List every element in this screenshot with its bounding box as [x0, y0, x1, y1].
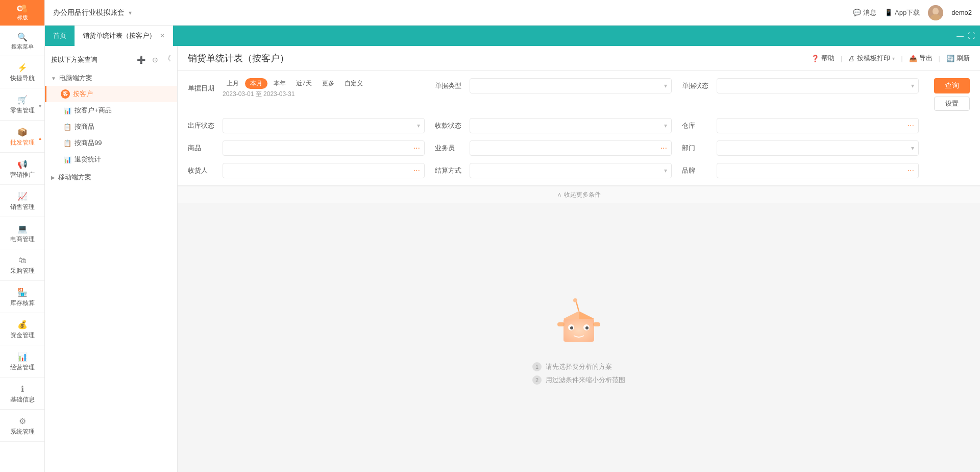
empty-state: 1 请先选择要分析的方案 2 用过滤条件来缩小分析范围 — [178, 203, 980, 472]
messages-button[interactable]: 💬 消息 — [853, 8, 876, 17]
sidebar-operations-label: 经营管理 — [10, 363, 35, 372]
refresh-button[interactable]: 🔄 刷新 — [946, 54, 970, 63]
sidebar-item-sysadmin[interactable]: ⚙ 系统管理 — [0, 410, 44, 442]
brand-ellipsis[interactable]: ··· — [908, 166, 914, 175]
app-download-button[interactable]: 📱 App下载 — [885, 8, 920, 17]
sidebar-item-quicknav[interactable]: ⚡ 快捷导航 — [0, 56, 44, 88]
sidebar-item-basicinfo[interactable]: ℹ 基础信息 — [0, 377, 44, 410]
goods-label: 商品 — [188, 144, 218, 153]
salesperson-ellipsis[interactable]: ··· — [660, 144, 667, 153]
doc-status-select[interactable]: ▾ — [717, 78, 919, 93]
refresh-label: 刷新 — [957, 54, 970, 63]
scheme-pc-group-header[interactable]: ▼ 电脑端方案 — [45, 70, 177, 86]
help-button[interactable]: ❓ 帮助 — [811, 54, 835, 63]
date-btn-more[interactable]: 更多 — [318, 78, 338, 89]
scheme-panel-actions: ➕ ⊙ 《 — [135, 54, 171, 65]
scheme-mobile-group-name: 移动端方案 — [58, 173, 91, 182]
salesperson-filter: 业务员 ··· — [435, 140, 672, 156]
print-icon: 🖨 — [848, 55, 855, 62]
svg-point-12 — [570, 326, 573, 329]
tab-minimize-button[interactable]: — — [957, 32, 964, 40]
settlement-select[interactable]: ▾ — [470, 163, 672, 178]
svg-rect-16 — [557, 322, 565, 326]
salesperson-label: 业务员 — [435, 144, 465, 153]
scheme-mobile-group: ▶ 移动端方案 — [45, 170, 177, 185]
scheme-mobile-group-header[interactable]: ▶ 移动端方案 — [45, 170, 177, 185]
svg-text:畅: 畅 — [18, 7, 22, 10]
sidebar-item-operations[interactable]: 📊 经营管理 — [0, 345, 44, 377]
sidebar-item-ecommerce[interactable]: 💻 电商管理 — [0, 217, 44, 249]
sidebar-item-purchase[interactable]: 🛍 采购管理 — [0, 249, 44, 281]
empty-tip-2: 2 用过滤条件来缩小分析范围 — [532, 375, 625, 385]
dept-arrow: ▾ — [911, 145, 914, 152]
header-dropdown-arrow[interactable]: ▾ — [129, 9, 132, 16]
goods-select[interactable]: ··· — [223, 140, 425, 156]
collapse-more-button[interactable]: ∧ 收起更多条件 — [178, 186, 980, 203]
scheme-sub-item-customer-goods[interactable]: 📊 按客户+商品 — [45, 102, 177, 119]
date-btn-lastmonth[interactable]: 上月 — [223, 78, 243, 89]
scheme-sub-item-goods[interactable]: 📋 按商品 — [45, 119, 177, 135]
sidebar-item-finance[interactable]: 💰 资金管理 — [0, 313, 44, 345]
out-status-label: 出库状态 — [188, 121, 218, 130]
tip-num-1: 1 — [532, 362, 542, 371]
sidebar-marketing-label: 营销推广 — [10, 171, 35, 179]
goods-ellipsis[interactable]: ··· — [413, 144, 420, 153]
tab-active[interactable]: 销货单统计表（按客户） ✕ — [75, 26, 173, 46]
scheme-add-button[interactable]: ➕ — [135, 54, 146, 65]
scheme-settings-button[interactable]: ⊙ — [150, 54, 161, 65]
refresh-icon: 🔄 — [946, 55, 954, 62]
date-filter: 单据日期 上月 本月 本年 近7天 更多 自定义 20 — [188, 78, 425, 99]
sidebar-item-sales[interactable]: 📈 销售管理 — [0, 185, 44, 217]
scheme-sub-icon-4: 📊 — [63, 156, 71, 163]
page-title: 销货单统计表（按客户） — [188, 52, 289, 64]
payment-status-select[interactable]: ▾ — [470, 118, 672, 133]
svg-point-5 — [933, 8, 939, 15]
sidebar-search-label: 搜索菜单 — [11, 43, 34, 51]
date-btn-custom[interactable]: 自定义 — [340, 78, 367, 89]
tab-home-label: 首页 — [53, 31, 66, 40]
template-print-button[interactable]: 🖨 按模板打印 ▾ — [848, 54, 895, 63]
doc-type-select[interactable]: ▾ — [470, 78, 672, 93]
print-dropdown-arrow[interactable]: ▾ — [892, 56, 895, 61]
warehouse-ellipsis[interactable]: ··· — [908, 121, 914, 130]
sidebar-item-inventory[interactable]: 🏪 库存核算 — [0, 281, 44, 313]
brand-select[interactable]: ··· — [717, 163, 919, 178]
scheme-sub-item-goods99[interactable]: 📋 按商品99 — [45, 135, 177, 151]
tab-maximize-button[interactable]: ⛶ — [968, 32, 975, 40]
sidebar-item-wholesale[interactable]: 📦 批发管理 ▴ — [0, 121, 44, 153]
filter-row-4: 收货人 ··· 结算方式 ▾ — [188, 163, 970, 178]
filter-row-2: 出库状态 ▾ 收款状态 ▾ — [188, 118, 970, 133]
messages-label: 消息 — [863, 8, 876, 17]
export-label: 导出 — [919, 54, 933, 63]
tab-home[interactable]: 首页 — [45, 26, 75, 46]
scheme-collapse-button[interactable]: 《 — [164, 54, 171, 65]
consignee-select[interactable]: ··· — [223, 163, 425, 178]
header-company-title: 办公用品行业模拟账套 — [53, 8, 125, 17]
scheme-item-customer[interactable]: 客 按客户 — [45, 86, 177, 102]
consignee-ellipsis[interactable]: ··· — [413, 166, 420, 175]
date-btn-thisyear[interactable]: 本年 — [270, 78, 290, 89]
settings-button[interactable]: 设置 — [934, 97, 970, 111]
sidebar-item-marketing[interactable]: 📢 营销推广 — [0, 153, 44, 185]
sidebar-basicinfo-label: 基础信息 — [10, 395, 35, 404]
tab-close-button[interactable]: ✕ — [160, 32, 165, 39]
export-button[interactable]: 📤 导出 — [909, 54, 933, 63]
salesperson-select[interactable]: ··· — [470, 140, 672, 156]
app-download-label: App下载 — [895, 8, 920, 17]
dept-select[interactable]: ▾ — [717, 140, 919, 156]
query-button[interactable]: 查询 — [934, 78, 970, 93]
filter-area: 单据日期 上月 本月 本年 近7天 更多 自定义 20 — [178, 71, 980, 186]
sidebar-item-retail[interactable]: 🛒 零售管理 ▾ — [0, 88, 44, 121]
scheme-sub-item-returns[interactable]: 📊 退货统计 — [45, 151, 177, 168]
date-btn-7days[interactable]: 近7天 — [292, 78, 316, 89]
warehouse-label: 仓库 — [682, 121, 713, 130]
search-icon: 🔍 — [17, 32, 28, 42]
out-status-select[interactable]: ▾ — [223, 118, 425, 133]
warehouse-select[interactable]: ··· — [717, 118, 919, 133]
sales-icon: 📈 — [17, 192, 28, 201]
date-btn-thismonth[interactable]: 本月 — [245, 78, 267, 89]
tab-controls: — ⛶ — [951, 32, 980, 40]
sidebar-logo: 畅 标版 — [0, 0, 44, 26]
sidebar-item-search[interactable]: 🔍 搜索菜单 — [0, 26, 44, 56]
divider-3: | — [939, 55, 940, 62]
